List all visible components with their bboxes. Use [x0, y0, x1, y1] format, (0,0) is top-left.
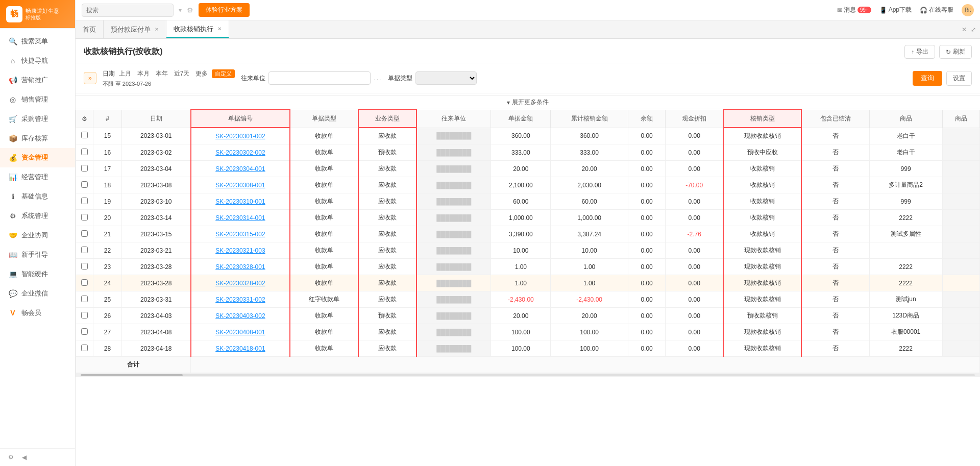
dropdown-icon[interactable]: ▾	[179, 7, 182, 14]
date-btn-prev-month[interactable]: 上月	[117, 68, 133, 79]
cell-checkbox[interactable]	[76, 340, 93, 357]
collapse-icon[interactable]: ◀	[22, 454, 27, 461]
sidebar-item-inventory[interactable]: 📦 库存核算	[0, 129, 75, 148]
sidebar-item-guide[interactable]: 📖 新手引导	[0, 245, 75, 264]
sidebar-item-wechat[interactable]: 💬 企业微信	[0, 284, 75, 303]
row-checkbox[interactable]	[81, 279, 88, 286]
sidebar-item-hardware[interactable]: 💻 智能硬件	[0, 264, 75, 284]
row-checkbox[interactable]	[81, 165, 88, 171]
sidebar-item-purchase[interactable]: 🛒 采购管理	[0, 109, 75, 129]
date-btn-this-month[interactable]: 本月	[135, 68, 152, 79]
date-label: 日期	[103, 69, 115, 78]
tab-home[interactable]: 首页	[76, 20, 104, 38]
sidebar-item-sales[interactable]: ◎ 销售管理	[0, 90, 75, 109]
row-checkbox[interactable]	[81, 247, 88, 253]
cell-checkbox[interactable]	[76, 144, 93, 161]
row-checkbox[interactable]	[81, 149, 88, 155]
cell-checkbox[interactable]	[76, 308, 93, 324]
doc-no-link[interactable]: SK-20230328-002	[215, 280, 265, 287]
cell-num: 21	[93, 226, 122, 242]
online-service-item[interactable]: 🎧 在线客服	[920, 6, 953, 14]
cell-include-settled: 否	[801, 161, 869, 177]
sidebar-item-finance[interactable]: 💰 资金管理	[0, 148, 75, 167]
cell-num: 16	[93, 144, 122, 161]
settings-icon[interactable]: ⚙	[187, 6, 193, 14]
th-settings[interactable]: ⚙	[76, 110, 93, 128]
marketing-icon: 📢	[8, 76, 17, 84]
search-input[interactable]	[82, 4, 174, 17]
query-button[interactable]: 查询	[913, 71, 942, 86]
cell-checkbox[interactable]	[76, 242, 93, 259]
cell-writeoff-type: 现款收款核销	[723, 259, 801, 275]
partner-input[interactable]	[268, 71, 371, 85]
row-checkbox[interactable]	[81, 263, 88, 269]
settings-bottom-icon[interactable]: ⚙	[8, 454, 14, 461]
row-checkbox[interactable]	[81, 328, 88, 335]
sidebar-item-search[interactable]: 🔍 搜索菜单	[0, 32, 75, 51]
doc-no-link[interactable]: SK-20230328-001	[215, 263, 265, 271]
sidebar-item-enterprise[interactable]: 🤝 企业协同	[0, 226, 75, 245]
cell-checkbox[interactable]	[76, 193, 93, 210]
row-checkbox[interactable]	[81, 312, 88, 318]
cell-checkbox[interactable]	[76, 177, 93, 193]
tab-close-collection[interactable]: ✕	[217, 26, 222, 32]
expand-more-btn[interactable]: ▾ 展开更多条件	[76, 95, 980, 109]
row-checkbox[interactable]	[81, 214, 88, 220]
cell-checkbox[interactable]	[76, 259, 93, 275]
setting-button[interactable]: 设置	[946, 71, 972, 86]
row-checkbox[interactable]	[81, 230, 88, 237]
cell-checkbox[interactable]	[76, 226, 93, 242]
doctype-select[interactable]	[415, 71, 477, 85]
doc-no-link[interactable]: SK-20230302-002	[215, 149, 265, 156]
filter-expand-button[interactable]: »	[84, 72, 96, 84]
scrollbar-area[interactable]	[76, 373, 980, 377]
doc-no-link[interactable]: SK-20230321-003	[215, 247, 265, 254]
tab-close-icon[interactable]: ✕	[962, 26, 967, 33]
tab-close-prepay[interactable]: ✕	[155, 27, 159, 32]
message-item[interactable]: ✉ 消息 99+	[837, 6, 871, 14]
cell-checkbox[interactable]	[76, 128, 93, 144]
sidebar-item-marketing[interactable]: 📢 营销推广	[0, 70, 75, 90]
doc-no-link[interactable]: SK-20230308-001	[215, 182, 265, 189]
sidebar-item-quicknav[interactable]: ⌂ 快捷导航	[0, 51, 75, 70]
cell-doc-amount: 60.00	[491, 193, 551, 210]
tab-prepay[interactable]: 预付款应付单 ✕	[104, 20, 166, 38]
cell-checkbox[interactable]	[76, 291, 93, 308]
date-btn-7days[interactable]: 近7天	[172, 68, 192, 79]
doc-no-link[interactable]: SK-20230408-001	[215, 329, 265, 336]
cell-checkbox[interactable]	[76, 275, 93, 291]
row-checkbox[interactable]	[81, 198, 88, 204]
sidebar-item-system[interactable]: ⚙ 系统管理	[0, 206, 75, 226]
date-btn-this-year[interactable]: 本年	[154, 68, 170, 79]
industry-solution-button[interactable]: 体验行业方案	[199, 3, 250, 17]
sidebar-item-basic[interactable]: ℹ 基础信息	[0, 187, 75, 206]
doc-no-link[interactable]: SK-20230418-001	[215, 345, 265, 352]
doc-no-link[interactable]: SK-20230301-002	[215, 133, 265, 140]
doc-no-link[interactable]: SK-20230310-001	[215, 198, 265, 205]
doc-no-link[interactable]: SK-20230314-001	[215, 214, 265, 222]
refresh-button[interactable]: ↻ 刷新	[939, 45, 972, 59]
cell-checkbox[interactable]	[76, 210, 93, 226]
cell-goods	[869, 242, 942, 259]
cell-date: 2023-04-03	[122, 308, 191, 324]
user-avatar[interactable]: Rit	[962, 4, 974, 16]
doc-no-link[interactable]: SK-20230403-002	[215, 312, 265, 320]
row-checkbox[interactable]	[81, 132, 88, 138]
doc-no-link[interactable]: SK-20230304-001	[215, 165, 265, 173]
tab-expand-icon[interactable]: ⤢	[971, 26, 976, 33]
date-btn-custom[interactable]: 自定义	[212, 69, 235, 78]
cell-checkbox[interactable]	[76, 161, 93, 177]
sidebar-item-operation[interactable]: 📊 经营管理	[0, 167, 75, 187]
app-download-item[interactable]: 📱 App下载	[879, 6, 912, 14]
row-checkbox[interactable]	[81, 345, 88, 351]
doc-no-link[interactable]: SK-20230331-002	[215, 296, 265, 303]
export-button[interactable]: ↑ 导出	[904, 45, 935, 59]
sidebar-item-member[interactable]: V 畅会员	[0, 303, 75, 323]
cell-biz-type: 应收款	[358, 226, 416, 242]
tab-collection[interactable]: 收款核销执行 ✕	[166, 20, 229, 38]
cell-checkbox[interactable]	[76, 324, 93, 340]
doc-no-link[interactable]: SK-20230315-002	[215, 231, 265, 238]
row-checkbox[interactable]	[81, 181, 88, 188]
row-checkbox[interactable]	[81, 296, 88, 302]
date-btn-more[interactable]: 更多	[193, 68, 210, 79]
